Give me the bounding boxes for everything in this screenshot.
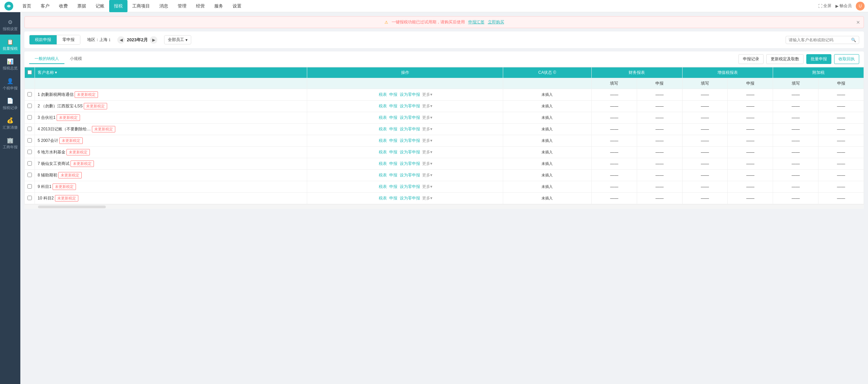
op-declare-3[interactable]: 申报 <box>389 127 397 131</box>
row-checkbox-6[interactable] <box>27 161 32 166</box>
row-checkbox-3[interactable] <box>27 127 32 131</box>
nav-item-管理[interactable]: 管理 <box>173 0 191 12</box>
row-checkbox-4[interactable] <box>27 138 32 143</box>
row-checkbox-cell <box>25 112 35 124</box>
op-more-9[interactable]: 更多▾ <box>422 196 432 200</box>
nav-item-服务[interactable]: 服务 <box>210 0 228 12</box>
logo[interactable] <box>3 1 14 12</box>
op-declare-6[interactable]: 申报 <box>389 161 397 166</box>
op-taxsheet-9[interactable]: 税表 <box>379 196 387 200</box>
sidebar-item-工商年报[interactable]: 🏢 工商年报 <box>0 133 20 153</box>
row-checkbox-0[interactable] <box>27 92 32 97</box>
op-declare-1[interactable]: 申报 <box>389 104 397 108</box>
row-checkbox-7[interactable] <box>27 173 32 177</box>
op-zero-1[interactable]: 设为零申报 <box>400 104 420 108</box>
nav-item-记账[interactable]: 记账 <box>91 0 109 12</box>
op-declare-4[interactable]: 申报 <box>389 138 397 143</box>
row-checkbox-1[interactable] <box>27 104 32 108</box>
action-btn-3[interactable]: 收取回执 <box>834 54 859 64</box>
op-taxsheet-3[interactable]: 税表 <box>379 127 387 131</box>
action-btn-1[interactable]: 更新税定及取数 <box>766 54 804 64</box>
sidebar-item-汇算清缴[interactable]: 💰 汇算清缴 <box>0 113 20 133</box>
sidebar-item-报税设置[interactable]: ⚙ 报税设置 <box>0 15 20 35</box>
action-btn-2[interactable]: 批量申报 <box>806 54 831 64</box>
select-all-checkbox[interactable] <box>27 70 32 74</box>
op-taxsheet-8[interactable]: 税表 <box>379 184 387 189</box>
fullscreen-button[interactable]: ⛶ 全屏 <box>818 3 831 9</box>
staff-selector[interactable]: 全部员工 ▾ <box>164 35 191 44</box>
op-more-2[interactable]: 更多▾ <box>422 115 432 120</box>
sidebar-item-报税总览[interactable]: 📊 报税总览 <box>0 54 20 74</box>
op-declare-2[interactable]: 申报 <box>389 115 397 120</box>
op-taxsheet-6[interactable]: 税表 <box>379 161 387 166</box>
sidebar-item-批量报税[interactable]: 📋 批量报税 <box>0 35 20 54</box>
op-zero-4[interactable]: 设为零申报 <box>400 138 420 143</box>
nav-item-票据[interactable]: 票据 <box>73 0 91 12</box>
sub-header-extra-fill: 填写 <box>773 78 818 89</box>
op-more-5[interactable]: 更多▾ <box>422 150 432 154</box>
nav-item-客户[interactable]: 客户 <box>36 0 54 12</box>
op-zero-8[interactable]: 设为零申报 <box>400 184 420 189</box>
vat-fill-3: —— <box>682 124 728 135</box>
op-declare-5[interactable]: 申报 <box>389 150 397 154</box>
filter-tab-1[interactable]: 零申报 <box>57 35 80 44</box>
op-taxsheet-1[interactable]: 税表 <box>379 104 387 108</box>
op-taxsheet-7[interactable]: 税表 <box>379 173 387 177</box>
op-zero-7[interactable]: 设为零申报 <box>400 173 420 177</box>
nav-item-设置[interactable]: 设置 <box>228 0 246 12</box>
nav-item-收费[interactable]: 收费 <box>54 0 73 12</box>
op-declare-0[interactable]: 申报 <box>389 92 397 97</box>
date-prev-button[interactable]: ◀ <box>117 36 125 44</box>
op-zero-3[interactable]: 设为零申报 <box>400 127 420 131</box>
vat-report-4: —— <box>728 135 773 147</box>
search-input[interactable] <box>789 38 850 42</box>
sidebar-item-个税申报[interactable]: 👤 个税申报 <box>0 74 20 94</box>
nav-item-经营[interactable]: 经营 <box>191 0 210 12</box>
sidebar-item-报税记录[interactable]: 📄 报税记录 <box>0 94 20 113</box>
op-taxsheet-4[interactable]: 税表 <box>379 138 387 143</box>
op-more-6[interactable]: 更多▾ <box>422 161 432 166</box>
nav-item-报税[interactable]: 报税 <box>109 0 127 12</box>
date-next-button[interactable]: ▶ <box>150 36 157 44</box>
op-more-1[interactable]: 更多▾ <box>422 104 432 108</box>
op-declare-7[interactable]: 申报 <box>389 173 397 177</box>
op-more-3[interactable]: 更多▾ <box>422 127 432 131</box>
banner-close-button[interactable]: ✕ <box>856 20 860 25</box>
taxpayer-tab-1[interactable]: 小规模 <box>64 54 87 64</box>
op-zero-0[interactable]: 设为零申报 <box>400 92 420 97</box>
row-checkbox-5[interactable] <box>27 150 32 154</box>
op-declare-8[interactable]: 申报 <box>389 184 397 189</box>
op-declare-9[interactable]: 申报 <box>389 196 397 200</box>
filter-tab-0[interactable]: 税款申报 <box>29 35 57 44</box>
op-taxsheet-5[interactable]: 税表 <box>379 150 387 154</box>
horizontal-scrollbar[interactable] <box>24 204 864 209</box>
op-more-8[interactable]: 更多▾ <box>422 184 432 189</box>
op-zero-6[interactable]: 设为零申报 <box>400 161 420 166</box>
banner-link-buy[interactable]: 立即购买 <box>488 19 504 25</box>
row-checkbox-9[interactable] <box>27 196 32 200</box>
taxpayer-tab-0[interactable]: 一般的纳税人 <box>29 54 64 64</box>
info-icon[interactable]: ℹ <box>109 38 111 42</box>
op-taxsheet-0[interactable]: 税表 <box>379 92 387 97</box>
nav-item-工商项目[interactable]: 工商项目 <box>127 0 155 12</box>
op-zero-9[interactable]: 设为零申报 <box>400 196 420 200</box>
op-zero-2[interactable]: 设为零申报 <box>400 115 420 120</box>
row-ops-8: 税表 申报 设为零申报 更多▾ <box>307 181 503 193</box>
row-checkbox-2[interactable] <box>27 115 32 120</box>
select-all-header <box>25 67 35 78</box>
banner-link-report[interactable]: 申报汇签 <box>468 19 485 25</box>
extra-report-5: —— <box>818 147 864 158</box>
op-more-4[interactable]: 更多▾ <box>422 138 432 143</box>
row-checkbox-8[interactable] <box>27 184 32 189</box>
op-more-7[interactable]: 更多▾ <box>422 173 432 177</box>
op-taxsheet-2[interactable]: 税表 <box>379 115 387 120</box>
search-icon[interactable]: 🔍 <box>851 38 856 42</box>
action-btn-0[interactable]: 申报记录 <box>738 54 764 64</box>
nav-item-首页[interactable]: 首页 <box>18 0 36 12</box>
avatar[interactable]: U <box>856 2 865 10</box>
op-zero-5[interactable]: 设为零申报 <box>400 150 420 154</box>
op-more-0[interactable]: 更多▾ <box>422 92 432 97</box>
upgrade-button[interactable]: ▶ 畅会员 <box>835 3 852 9</box>
scrollbar-thumb[interactable] <box>38 206 106 208</box>
nav-item-消息[interactable]: 消息 <box>155 0 173 12</box>
